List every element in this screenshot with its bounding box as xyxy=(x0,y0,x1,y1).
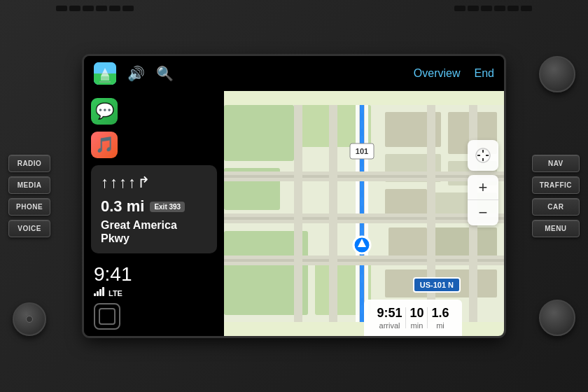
svg-rect-30 xyxy=(294,105,302,322)
svg-rect-31 xyxy=(329,105,337,322)
left-knob[interactable] xyxy=(13,302,46,336)
media-button[interactable]: MEDIA xyxy=(8,176,50,194)
clock-area: 9:41 LTE xyxy=(91,260,217,334)
vent-left xyxy=(56,6,134,11)
zoom-in-button[interactable]: + xyxy=(468,175,498,200)
top-bar-right: Overview End xyxy=(414,67,494,80)
compass-button[interactable] xyxy=(468,140,498,171)
svg-rect-29 xyxy=(224,259,504,262)
top-bar-left: 🔊 🔍 xyxy=(94,62,414,85)
carplay-screen: 🔊 🔍 Overview End 💬 🎵 ↑ ↑ ↑ xyxy=(84,56,504,336)
nav-distance-row: 0.3 mi Exit 393 xyxy=(101,197,207,216)
nav-distance: 0.3 mi xyxy=(101,197,144,216)
phone-button[interactable]: PHONE xyxy=(8,198,50,216)
home-button[interactable] xyxy=(94,303,120,330)
messages-icon[interactable]: 💬 xyxy=(91,98,118,125)
overview-button[interactable]: Overview xyxy=(414,67,461,80)
car-button[interactable]: CAR xyxy=(532,198,580,216)
map-area[interactable]: 101 9:51 arrival 10 min 1.6 xyxy=(224,91,504,336)
arrival-time: 9:51 xyxy=(377,306,402,321)
car-unit: RADIO MEDIA PHONE VOICE NAV TRAFFIC CAR … xyxy=(0,0,588,392)
divider-2 xyxy=(427,307,428,328)
distance-info: 1.6 mi xyxy=(431,306,449,330)
zoom-controls: + − xyxy=(468,175,498,225)
radio-button[interactable]: RADIO xyxy=(8,155,50,172)
clock-time: 9:41 xyxy=(94,265,214,284)
exit-badge: Exit 393 xyxy=(150,202,185,212)
svg-rect-25 xyxy=(224,175,504,178)
nav-arrows: ↑ ↑ ↑ ↑ ↱ xyxy=(101,174,207,192)
zoom-out-button[interactable]: − xyxy=(468,200,498,225)
duration-value: 10 xyxy=(410,306,424,321)
traffic-button[interactable]: TRAFFIC xyxy=(532,176,580,194)
map-controls: + − xyxy=(468,140,498,225)
lte-label: LTE xyxy=(108,289,122,298)
distance-label: mi xyxy=(436,321,444,330)
bottom-info-bar: 9:51 arrival 10 min 1.6 mi xyxy=(364,300,462,336)
distance-value: 1.6 xyxy=(431,306,449,321)
svg-rect-16 xyxy=(224,105,294,161)
maps-app-icon[interactable] xyxy=(94,62,116,85)
signal-bars xyxy=(94,287,104,296)
svg-rect-3 xyxy=(101,76,109,80)
nav-street: Great AmericaPkwy xyxy=(101,218,207,245)
left-sidebar: 💬 🎵 ↑ ↑ ↑ ↑ ↱ 0.3 mi Exit 393 Great Amer… xyxy=(84,91,224,336)
map-svg: 101 xyxy=(224,91,504,336)
divider-1 xyxy=(405,307,406,328)
sound-icon[interactable]: 🔊 xyxy=(127,65,145,82)
end-button[interactable]: End xyxy=(475,67,494,80)
svg-text:101: 101 xyxy=(356,147,368,155)
search-icon[interactable]: 🔍 xyxy=(156,65,174,82)
vent-right xyxy=(454,6,532,11)
arrival-label: arrival xyxy=(379,321,400,330)
nav-instruction-card: ↑ ↑ ↑ ↑ ↱ 0.3 mi Exit 393 Great AmericaP… xyxy=(91,165,217,253)
home-button-inner xyxy=(99,308,115,325)
right-knob-bottom[interactable] xyxy=(539,300,575,336)
duration-info: 10 min xyxy=(410,306,424,330)
voice-button[interactable]: VOICE xyxy=(8,220,50,237)
menu-button[interactable]: MENU xyxy=(532,220,580,237)
app-icons: 💬 🎵 xyxy=(91,98,217,158)
arrival-info: 9:51 arrival xyxy=(377,306,402,330)
top-bar: 🔊 🔍 Overview End xyxy=(84,56,504,91)
music-icon[interactable]: 🎵 xyxy=(91,132,118,158)
duration-label: min xyxy=(411,321,424,330)
nav-button[interactable]: NAV xyxy=(532,155,580,172)
svg-rect-27 xyxy=(224,217,504,220)
right-knob-top[interactable] xyxy=(539,56,575,92)
highway-sign: US-101 N xyxy=(413,277,461,293)
right-button-panel: NAV TRAFFIC CAR MENU xyxy=(532,155,580,237)
left-button-panel: RADIO MEDIA PHONE VOICE xyxy=(8,155,50,237)
